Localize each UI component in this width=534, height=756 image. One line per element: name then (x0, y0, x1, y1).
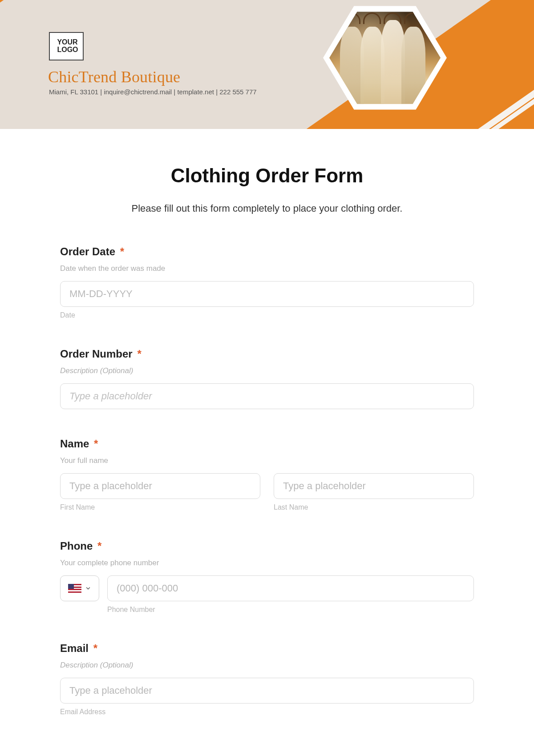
field-sublabel: Email Address (60, 708, 474, 716)
us-flag-icon (68, 584, 81, 593)
field-description: Date when the order was made (60, 264, 474, 273)
last-name-input[interactable] (274, 473, 474, 499)
label-text: Name (60, 438, 89, 450)
label-text: Order Date (60, 245, 115, 257)
first-name-col: First Name (60, 473, 260, 511)
label-text: Phone (60, 540, 93, 552)
order-date-input[interactable] (60, 281, 474, 307)
form-title: Clothing Order Form (60, 165, 474, 187)
required-marker: * (137, 348, 141, 360)
field-description: Description (Optional) (60, 366, 474, 375)
form-body: Clothing Order Form Please fill out this… (51, 129, 483, 752)
logo-text: YOUR LOGO (57, 39, 78, 54)
field-order-date: Order Date * Date when the order was mad… (60, 245, 474, 319)
field-description: Your full name (60, 456, 474, 465)
brand-name: ChicTrend Boutique (48, 68, 180, 86)
field-email: Email * Description (Optional) Email Add… (60, 642, 474, 716)
email-input[interactable] (60, 678, 474, 704)
first-name-input[interactable] (60, 473, 260, 499)
required-marker: * (97, 540, 101, 552)
phone-input[interactable] (107, 575, 474, 601)
required-marker: * (94, 438, 98, 450)
header-banner: YOUR LOGO ChicTrend Boutique Miami, FL 3… (0, 0, 534, 129)
field-label: Order Number * (60, 348, 474, 360)
field-label: Email * (60, 642, 474, 655)
required-marker: * (93, 642, 97, 654)
field-sublabel: Phone Number (107, 606, 474, 614)
field-sublabel: Date (60, 311, 474, 319)
page: YOUR LOGO ChicTrend Boutique Miami, FL 3… (0, 0, 534, 756)
chevron-down-icon (85, 585, 91, 591)
field-label: Name * (60, 438, 474, 450)
order-number-input[interactable] (60, 383, 474, 409)
clothes-hanger-icon (363, 12, 381, 24)
field-description: Description (Optional) (60, 661, 474, 670)
field-description: Your complete phone number (60, 559, 474, 567)
name-row: First Name Last Name (60, 473, 474, 511)
last-name-col: Last Name (274, 473, 474, 511)
field-label: Order Date * (60, 245, 474, 258)
field-label: Phone * (60, 540, 474, 552)
required-marker: * (120, 245, 124, 257)
field-sublabel: Last Name (274, 503, 474, 511)
phone-input-wrap: Phone Number (107, 575, 474, 614)
decor-stripe (0, 0, 123, 24)
field-name: Name * Your full name First Name Last Na… (60, 438, 474, 511)
phone-row: Phone Number (60, 575, 474, 614)
brand-contact-line: Miami, FL 33101 | inquire@chictrend.mail… (49, 88, 257, 96)
form-subtitle: Please fill out this form completely to … (60, 203, 474, 214)
field-phone: Phone * Your complete phone number Phone… (60, 540, 474, 614)
hero-image-hexagon (329, 9, 441, 107)
label-text: Order Number (60, 348, 133, 360)
logo-placeholder: YOUR LOGO (49, 32, 84, 60)
label-text: Email (60, 642, 89, 654)
field-sublabel: First Name (60, 503, 260, 511)
country-code-select[interactable] (60, 575, 99, 601)
field-order-number: Order Number * Description (Optional) (60, 348, 474, 409)
